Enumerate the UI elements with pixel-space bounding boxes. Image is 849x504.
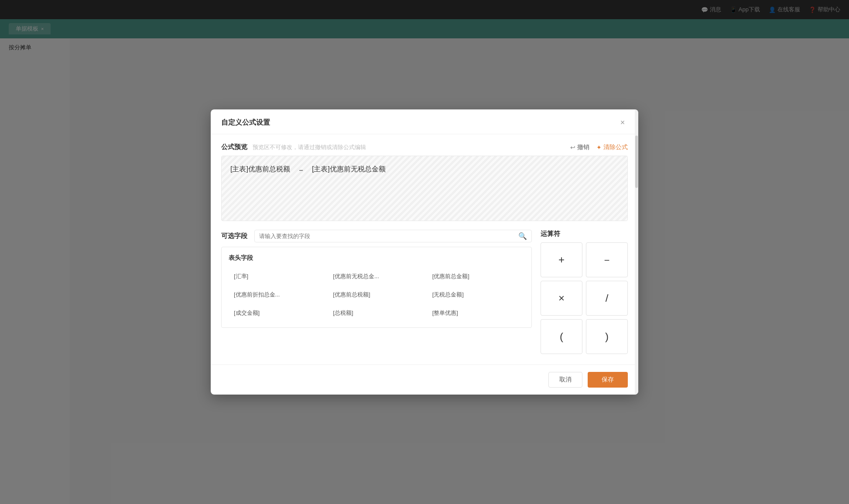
formula-preview-header: 公式预览 预览区不可修改，请通过撤销或清除公式编辑 ↩ 撤销 ✦ 清除公式 (221, 143, 628, 151)
operator-divide-button[interactable]: / (586, 281, 628, 316)
dialog-footer: 取消 保存 (211, 364, 638, 395)
operators-section: 运算符 + － × / ( ) (541, 230, 628, 354)
undo-icon: ↩ (570, 144, 575, 151)
field-item[interactable]: [无税总金额] (427, 287, 524, 302)
operators-label: 运算符 (541, 230, 628, 238)
field-item[interactable]: [整单优惠] (427, 306, 524, 320)
close-button[interactable]: × (617, 117, 628, 128)
formula-operator-0: － (297, 165, 305, 175)
operators-grid: + － × / ( ) (541, 242, 628, 354)
formula-token-0: [主表]优惠前总税额 (230, 165, 290, 174)
fields-search-box[interactable]: 🔍 (254, 230, 532, 242)
search-input[interactable] (259, 233, 516, 239)
field-item[interactable]: [总税额] (328, 306, 425, 320)
search-icon: 🔍 (518, 232, 527, 240)
dialog-title: 自定义公式设置 (221, 118, 270, 127)
dialog-body: 公式预览 预览区不可修改，请通过撤销或清除公式编辑 ↩ 撤销 ✦ 清除公式 [主… (211, 134, 638, 364)
field-item[interactable]: [成交金额] (229, 306, 326, 320)
formula-preview-hint: 预览区不可修改，请通过撤销或清除公式编辑 (253, 143, 570, 151)
formula-dialog: 自定义公式设置 × 公式预览 预览区不可修改，请通过撤销或清除公式编辑 ↩ 撤销… (211, 109, 638, 395)
clear-formula-button[interactable]: ✦ 清除公式 (596, 143, 628, 151)
field-item[interactable]: [优惠前折扣总金... (229, 287, 326, 302)
fields-group-title: 表头字段 (229, 254, 524, 262)
fields-section: 可选字段 🔍 表头字段 [汇率] [优惠前无税总金... [优惠前总金额] [优… (221, 230, 532, 354)
scrollbar-thumb (635, 136, 638, 188)
clear-label: 清除公式 (603, 143, 628, 151)
operator-minus-button[interactable]: － (586, 242, 628, 277)
cancel-button[interactable]: 取消 (548, 372, 582, 388)
field-item[interactable]: [优惠前总税额] (328, 287, 425, 302)
fields-label: 可选字段 (221, 232, 247, 240)
undo-button[interactable]: ↩ 撤销 (570, 143, 589, 151)
fields-grid: [汇率] [优惠前无税总金... [优惠前总金额] [优惠前折扣总金... [优… (229, 269, 524, 320)
clear-icon: ✦ (596, 144, 602, 151)
fields-table: 表头字段 [汇率] [优惠前无税总金... [优惠前总金额] [优惠前折扣总金.… (221, 247, 532, 328)
formula-preview-area: [主表]优惠前总税额 － [主表]优惠前无税总金额 (221, 156, 628, 221)
field-item[interactable]: [优惠前总金额] (427, 269, 524, 284)
formula-actions: ↩ 撤销 ✦ 清除公式 (570, 143, 628, 151)
field-item[interactable]: [优惠前无税总金... (328, 269, 425, 284)
dialog-scrollbar (635, 109, 638, 395)
fields-header-row: 可选字段 🔍 (221, 230, 532, 242)
formula-token-1: [主表]优惠前无税总金额 (312, 165, 386, 174)
dialog-header: 自定义公式设置 × (211, 109, 638, 134)
operator-multiply-button[interactable]: × (541, 281, 582, 316)
save-button[interactable]: 保存 (588, 372, 628, 388)
main-area: 可选字段 🔍 表头字段 [汇率] [优惠前无税总金... [优惠前总金额] [优… (221, 230, 628, 354)
operator-plus-button[interactable]: + (541, 242, 582, 277)
undo-label: 撤销 (577, 143, 589, 151)
operator-lparen-button[interactable]: ( (541, 319, 582, 354)
formula-preview-label: 公式预览 (221, 143, 247, 151)
operator-rparen-button[interactable]: ) (586, 319, 628, 354)
field-item[interactable]: [汇率] (229, 269, 326, 284)
